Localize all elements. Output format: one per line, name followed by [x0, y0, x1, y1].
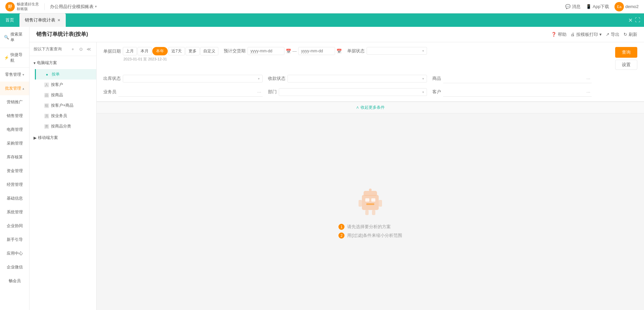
tree-item-by-order[interactable]: ● 按单	[35, 69, 96, 80]
sidebar-item-collab[interactable]: 企业协同	[0, 219, 29, 233]
avatar: Ea	[614, 2, 624, 11]
empty-hint-1: 1 请先选择要分析的方案	[338, 224, 402, 230]
svg-rect-5	[379, 200, 382, 207]
payment-status-select[interactable]: ▾	[287, 75, 427, 83]
date-btn-7days[interactable]: 近7天	[168, 47, 185, 55]
tab-close-icon[interactable]: ✕	[57, 18, 60, 22]
sidebar-item-member[interactable]: 畅会员	[0, 274, 29, 288]
refresh-button[interactable]: ↻ 刷新	[624, 32, 637, 38]
date-buttons: 上月 本月 本年 近7天 更多 自定义	[123, 47, 218, 55]
salesman-input[interactable]: ···	[118, 87, 263, 97]
tree-item-by-customer[interactable]: 人 按客户	[35, 80, 96, 90]
sidebar: 🔍 搜索菜单 ⚡ 快捷导航 零售管理 ▾ 批发管理 ▴ 营销推广 销售管理	[0, 27, 30, 310]
customer-col: 客户 ···	[432, 87, 592, 97]
print-button[interactable]: 🖨 按模板打印 ▾	[571, 32, 602, 38]
help-button[interactable]: ❓ 帮助	[551, 32, 567, 38]
tree-arrow-icon: ▾	[34, 61, 36, 65]
chevron-up-icon: ▴	[22, 87, 24, 90]
hint-num-1: 1	[338, 224, 344, 230]
sidebar-item-ecommerce[interactable]: 电商管理	[0, 123, 29, 137]
sidebar-item-newbie[interactable]: 新手引导	[0, 233, 29, 247]
empty-state: 1 请先选择要分析的方案 2 用[过滤]条件来缩小分析范围	[97, 113, 644, 310]
ship-status-select[interactable]: ▾	[123, 75, 263, 83]
salesman-dots[interactable]: ···	[257, 89, 261, 95]
sidebar-item-finance[interactable]: 资金管理	[0, 164, 29, 178]
filter-area: 单据日期 上月 本月 本年 近7天 更多 自定义 2023	[97, 42, 644, 102]
tab-sales-stats[interactable]: 销售订单统计表 ✕	[19, 13, 66, 27]
by-order-icon: ●	[44, 72, 50, 77]
dept-select[interactable]: ▾	[279, 88, 427, 96]
date-btn-last-month[interactable]: 上月	[123, 47, 137, 55]
query-button[interactable]: 查询	[615, 47, 637, 58]
svg-rect-4	[359, 200, 362, 207]
by-customer-icon: 人	[44, 83, 49, 87]
sidebar-item-wechat[interactable]: 企业微信	[0, 260, 29, 274]
message-icon: 💬	[565, 4, 571, 9]
page-header: 销售订单统计表(按单) ❓ 帮助 🖨 按模板打印 ▾ ↗ 导出 ↻ 刷新	[30, 27, 644, 42]
sidebar-item-marketing[interactable]: 营销推广	[0, 95, 29, 109]
top-bar: 好 畅捷通好生意 标账版 办公用品行业模拟账表 ▾ 💬 消息 📱 App下载 E…	[0, 0, 644, 13]
message-button[interactable]: 💬 消息	[565, 4, 581, 10]
export-button[interactable]: ↗ 导出	[606, 32, 620, 38]
tab-home[interactable]: 首页	[0, 13, 19, 27]
tree-item-by-cust-goods[interactable]: 组 按客户+商品	[35, 100, 96, 111]
by-salesman-icon: 员	[44, 114, 49, 118]
help-icon: ❓	[551, 32, 556, 37]
print-chevron-icon: ▾	[599, 32, 602, 37]
status-select[interactable]: ▾	[367, 47, 427, 55]
date-btn-custom[interactable]: 自定义	[200, 47, 218, 55]
empty-hints: 1 请先选择要分析的方案 2 用[过滤]条件来缩小分析范围	[338, 224, 402, 239]
date-btn-this-month[interactable]: 本月	[138, 47, 152, 55]
app-download-button[interactable]: 📱 App下载	[586, 4, 609, 10]
sidebar-search[interactable]: 🔍 搜索菜单	[0, 30, 29, 45]
goods-input[interactable]: ···	[443, 74, 592, 83]
sidebar-item-purchase[interactable]: 采购管理	[0, 137, 29, 150]
tree-sub-group-desktop: ● 按单 人 按客户 品 按商品 组 按客户+商	[30, 68, 96, 133]
sidebar-item-system[interactable]: 系统管理	[0, 205, 29, 219]
payment-status-col: 收款状态 ▾	[268, 75, 427, 83]
tree-item-by-category[interactable]: 类 按商品分类	[35, 121, 96, 132]
tree-item-by-salesman[interactable]: 员 按业务员	[35, 111, 96, 121]
user-avatar[interactable]: Ea demo2	[614, 2, 639, 11]
svg-rect-0	[362, 195, 379, 210]
ship-select-arrow-icon: ▾	[258, 77, 260, 81]
calendar-to-icon[interactable]: 📅	[336, 49, 342, 54]
calendar-from-icon[interactable]: 📅	[286, 49, 291, 54]
payment-status-label: 收款状态	[268, 75, 285, 82]
expected-date-from[interactable]	[248, 47, 284, 55]
date-separator: —	[292, 49, 297, 54]
expected-date-section: 预计交货期 📅 — 📅	[224, 47, 342, 55]
date-btn-this-year[interactable]: 本年	[152, 47, 168, 55]
tree-group-mobile[interactable]: ▶ 移动端方案	[30, 133, 96, 143]
customer-input[interactable]: ···	[443, 87, 592, 97]
date-btn-more[interactable]: 更多	[185, 47, 200, 55]
goods-col: 商品 ···	[432, 74, 592, 83]
sidebar-item-appstore[interactable]: 应用中心	[0, 247, 29, 260]
svg-rect-8	[364, 191, 377, 196]
svg-rect-1	[365, 198, 369, 202]
customer-dots[interactable]: ···	[586, 89, 590, 95]
window-maximize-button[interactable]: ⛶	[635, 18, 640, 22]
sidebar-item-ops[interactable]: 经营管理	[0, 178, 29, 192]
sidebar-item-inventory[interactable]: 库存核算	[0, 150, 29, 164]
system-title[interactable]: 办公用品行业模拟账表 ▾	[50, 4, 97, 10]
sidebar-nav-shortcuts[interactable]: ⚡ 快捷导航	[0, 49, 29, 66]
tree-item-by-goods[interactable]: 品 按商品	[35, 90, 96, 100]
goods-dots[interactable]: ···	[586, 76, 590, 81]
collapse-panel-button[interactable]: ≪	[86, 46, 92, 52]
sidebar-item-retail[interactable]: 零售管理 ▾	[0, 68, 29, 82]
sidebar-item-wholesale[interactable]: 批发管理 ▴	[0, 82, 29, 95]
settings-button[interactable]: 设置	[615, 60, 637, 70]
filter-row-2: 出库状态 ▾ 收款状态 ▾	[103, 74, 637, 83]
window-close-button[interactable]: ✕	[628, 18, 633, 22]
collapse-bar[interactable]: ∧ 收起更多条件	[97, 102, 644, 113]
add-scheme-button[interactable]: +	[69, 46, 76, 52]
refresh-icon: ↻	[624, 32, 627, 37]
edit-scheme-button[interactable]: ⊙	[77, 46, 84, 52]
date-filter-section: 单据日期 上月 本月 本年 近7天 更多 自定义 2023	[103, 47, 218, 62]
expected-date-to[interactable]	[298, 47, 335, 55]
system-chevron: ▾	[95, 4, 97, 9]
tree-group-desktop[interactable]: ▾ 电脑端方案	[30, 58, 96, 68]
sidebar-item-basic[interactable]: 基础信息	[0, 192, 29, 205]
sidebar-item-sales-mgmt[interactable]: 销售管理	[0, 109, 29, 123]
